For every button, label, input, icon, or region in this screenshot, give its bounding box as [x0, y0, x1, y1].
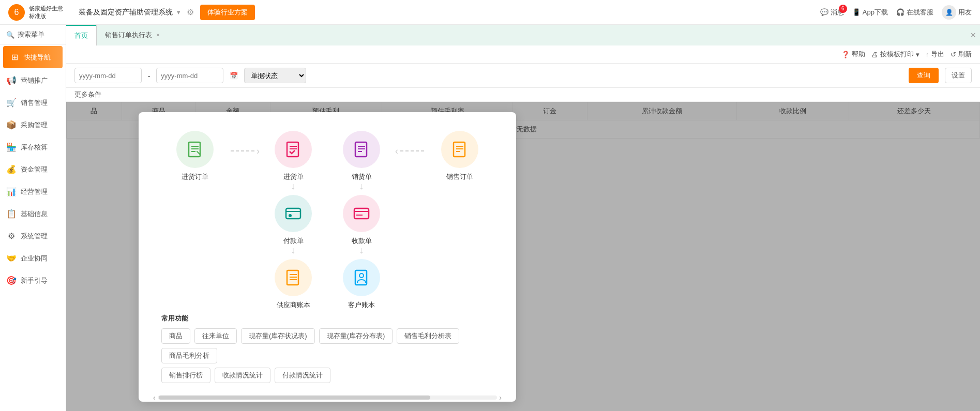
supplier-account-label: 供应商账本: [277, 300, 310, 310]
flow-item-sales-bill[interactable]: 销货单: [328, 131, 395, 181]
func-btn-receipt-stats[interactable]: 收款情况统计: [215, 368, 270, 383]
message-icon: 💬: [820, 8, 828, 16]
logo-area: 6 畅康通好生意 标准版: [8, 4, 74, 21]
query-button[interactable]: 查询: [909, 68, 939, 83]
sidebar-item-finance[interactable]: 💰 资金管理: [0, 158, 66, 180]
help-action[interactable]: ❓ 帮助: [841, 50, 865, 59]
modal-scrollbar[interactable]: [158, 395, 497, 400]
marketing-icon: 📢: [6, 75, 17, 85]
logo-text: 畅康通好生意 标准版: [29, 5, 63, 20]
tab-sales-order[interactable]: 销售订单执行表 ×: [96, 25, 168, 45]
svg-point-17: [289, 214, 292, 217]
customer-account-circle: [343, 259, 380, 296]
svg-rect-15: [286, 208, 300, 219]
sidebar-item-newbie[interactable]: 🎯 新手引导: [0, 269, 66, 292]
window-close-icon[interactable]: ×: [970, 30, 976, 41]
modal-scrollbar-area: ‹ ›: [151, 393, 504, 402]
export-action[interactable]: ↑ 导出: [926, 50, 945, 59]
scrollbar-thumb: [159, 395, 430, 400]
quick-nav-icon: ⊞: [9, 52, 20, 62]
tab-close-icon[interactable]: ×: [156, 32, 160, 39]
print-dropdown-icon[interactable]: ▾: [916, 51, 919, 58]
sales-bill-circle: [343, 131, 380, 168]
scroll-right-arrow[interactable]: ›: [499, 393, 502, 402]
tab-bar: 首页 销售订单执行表 × ×: [66, 25, 980, 45]
flow-item-purchase-order[interactable]: 进货订单: [161, 131, 229, 181]
flow-item-customer-account[interactable]: 客户账本: [328, 259, 395, 310]
func-btn-sales-ranking[interactable]: 销售排行榜: [161, 368, 210, 383]
sidebar-item-operations[interactable]: 📊 经营管理: [0, 180, 66, 203]
help-icon: ❓: [841, 51, 850, 58]
sidebar-item-system[interactable]: ⚙ 系统管理: [0, 225, 66, 247]
date-from-input[interactable]: [74, 68, 142, 83]
operations-icon: 📊: [6, 187, 17, 196]
func-btn-stock-status[interactable]: 现存量(库存状况表): [241, 328, 315, 344]
flow-modal: 进货订单 ›: [139, 112, 516, 402]
finance-icon: 💰: [6, 164, 17, 174]
top-bar-right: 💬 消息 6 📱 App下载 🎧 在线客服 👤 用友: [820, 5, 972, 20]
func-btn-product-profit[interactable]: 商品毛利分析: [161, 348, 217, 363]
refresh-action[interactable]: ↺ 刷新: [951, 50, 972, 59]
purchase-bill-label: 进货单: [283, 172, 304, 181]
print-icon: 🖨: [871, 51, 878, 58]
sidebar-item-quick-nav[interactable]: ⊞ 快捷导航: [3, 46, 63, 68]
dropdown-icon[interactable]: ▾: [177, 8, 180, 16]
sidebar-item-marketing[interactable]: 📢 营销推广: [0, 69, 66, 92]
func-btn-stock-distribution[interactable]: 现存量(库存分布表): [319, 328, 393, 344]
trial-button[interactable]: 体验行业方案: [200, 5, 255, 20]
func-btn-contacts[interactable]: 往来单位: [194, 328, 237, 344]
flow-item-payment-bill[interactable]: 付款单: [260, 195, 327, 246]
set-button[interactable]: 设置: [945, 68, 972, 83]
customer-account-label: 客户账本: [348, 300, 375, 310]
system-icon: ⚙: [6, 231, 17, 241]
modal-overlay: 进货订单 ›: [66, 102, 980, 411]
online-service-item[interactable]: 🎧 在线客服: [896, 8, 933, 17]
sidebar-item-inventory[interactable]: 🏪 库存核算: [0, 136, 66, 158]
system-title: 装备及固定资产辅助管理系统: [79, 8, 173, 17]
receipt-bill-circle: [343, 195, 380, 232]
enterprise-icon: 🤝: [6, 253, 17, 263]
func-btn-sales-profit[interactable]: 销售毛利分析表: [397, 328, 459, 344]
date-to-input[interactable]: [156, 68, 223, 83]
sidebar-search[interactable]: 🔍 搜索菜单: [0, 25, 66, 45]
supplier-account-circle: [275, 259, 312, 296]
calendar-icon[interactable]: 📅: [230, 72, 238, 80]
payment-bill-label: 付款单: [283, 236, 304, 246]
service-icon: 🎧: [896, 8, 904, 16]
func-buttons-row1: 商品 往来单位 现存量(库存状况表) 现存量(库存分布表) 销售毛利分析表 商品…: [161, 328, 493, 363]
sales-order-label: 销售订单: [446, 172, 473, 181]
inventory-icon: 🏪: [6, 142, 17, 152]
sidebar-item-basic-info[interactable]: 📋 基础信息: [0, 203, 66, 225]
system-title-area: 装备及固定资产辅助管理系统 ▾ ⚙ 体验行业方案: [79, 5, 820, 20]
flow-item-supplier-account[interactable]: 供应商账本: [260, 259, 327, 310]
sidebar-item-enterprise[interactable]: 🤝 企业协同: [0, 247, 66, 269]
sales-bill-label: 销货单: [352, 172, 372, 181]
scroll-left-arrow[interactable]: ‹: [153, 393, 156, 402]
tab-home[interactable]: 首页: [66, 25, 96, 45]
sales-icon: 🛒: [6, 98, 17, 108]
flow-item-purchase-bill[interactable]: 进货单: [260, 131, 327, 181]
flow-item-receipt-bill[interactable]: 收款单: [328, 195, 395, 246]
status-select[interactable]: 单据状态: [244, 68, 306, 83]
date-separator: -: [148, 72, 150, 80]
svg-rect-18: [354, 208, 369, 219]
flow-item-sales-order[interactable]: 销售订单: [426, 131, 493, 181]
user-item[interactable]: 👤 用友: [942, 5, 972, 20]
message-item[interactable]: 💬 消息 6: [820, 8, 844, 17]
app-download-item[interactable]: 📱 App下载: [852, 8, 888, 17]
func-buttons-row2: 销售排行榜 收款情况统计 付款情况统计: [161, 368, 493, 383]
content-header: ❓ 帮助 🖨 按模板打印 ▾ ↑ 导出 ↺ 刷新: [66, 45, 980, 64]
purchase-order-label: 进货订单: [182, 172, 208, 181]
sidebar-item-sales[interactable]: 🛒 销售管理: [0, 92, 66, 114]
sidebar-item-purchase[interactable]: 📦 采购管理: [0, 114, 66, 136]
settings-icon[interactable]: ⚙: [187, 7, 194, 17]
sales-order-circle: [441, 131, 478, 168]
more-conditions[interactable]: 更多条件: [66, 88, 980, 102]
func-btn-payment-stats[interactable]: 付款情况统计: [275, 368, 330, 383]
print-action[interactable]: 🖨 按模板打印 ▾: [871, 50, 919, 59]
func-btn-product[interactable]: 商品: [161, 328, 190, 344]
svg-point-26: [359, 273, 364, 278]
purchase-order-circle: [176, 131, 214, 168]
sidebar: 🔍 搜索菜单 ⊞ 快捷导航 📢 营销推广 🛒 销售管理 📦 采购管理 🏪: [0, 25, 66, 411]
common-functions-title: 常用功能: [161, 314, 493, 323]
